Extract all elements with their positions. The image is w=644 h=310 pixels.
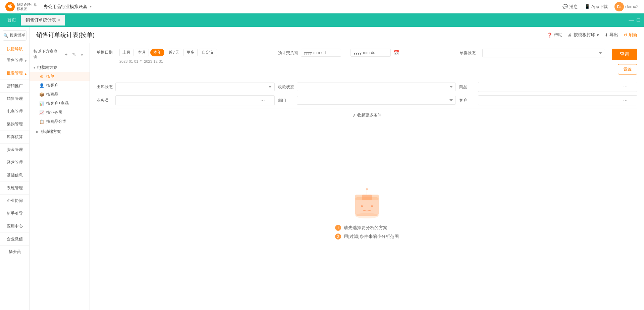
- empty-svg: [347, 187, 387, 221]
- ship-status-select[interactable]: [115, 83, 275, 91]
- tab-home-label: 首页: [7, 17, 16, 23]
- download-icon: 📱: [585, 4, 590, 9]
- status-select-wrapper: [482, 49, 605, 57]
- date-btn-7days[interactable]: 近7天: [166, 49, 182, 56]
- tab-close-icon[interactable]: ×: [58, 18, 60, 22]
- pay-status-group: 收款状态: [278, 82, 456, 92]
- salesman-multi-select[interactable]: ···: [115, 95, 275, 105]
- sidebar-item-basic[interactable]: 基础信息: [0, 169, 29, 182]
- sidebar-item-marketing[interactable]: 营销推广: [0, 80, 29, 93]
- sidebar-item-system[interactable]: 系统管理: [0, 182, 29, 195]
- hint-item-2: 2 用[过滤]条件来缩小分析范围: [335, 234, 398, 240]
- sidebar-item-wholesale[interactable]: 批发管理 ▴: [0, 67, 29, 80]
- by-category-label: 按商品分类: [46, 119, 66, 124]
- print-icon: 🖨: [568, 33, 572, 38]
- tab-sales-order[interactable]: 销售订单统计表 ×: [21, 15, 65, 25]
- delivery-date-to[interactable]: [351, 49, 391, 57]
- window-min-btn[interactable]: —: [629, 17, 634, 23]
- quick-nav-link[interactable]: 快捷导航: [7, 46, 23, 52]
- sidebar-item-purchase[interactable]: 采购管理: [0, 118, 29, 131]
- app-download-action[interactable]: 📱 App下载: [585, 4, 608, 10]
- logo-abbr: 畅: [8, 4, 12, 9]
- salesman-label: 业务员: [97, 98, 113, 103]
- help-btn[interactable]: ❓ 帮助: [547, 32, 562, 38]
- scheme-by-order[interactable]: ⊙ 按单: [30, 72, 90, 81]
- scheme-by-category[interactable]: 📋 按商品分类: [30, 117, 90, 126]
- header-title: 办公用品行业模拟账套: [44, 4, 87, 10]
- ship-status-group: 出库状态: [97, 82, 275, 92]
- search-menu-btn[interactable]: 🔍 搜索菜单: [3, 30, 26, 41]
- date-btn-last-month[interactable]: 上月: [119, 49, 133, 56]
- header-dropdown-icon[interactable]: ▾: [90, 5, 92, 8]
- collapse-panel-btn[interactable]: «: [79, 51, 86, 58]
- collapse-label: 收起更多条件: [357, 112, 381, 118]
- hint-item-1: 1 请先选择要分析的方案: [335, 225, 398, 231]
- status-select[interactable]: [482, 49, 605, 57]
- add-scheme-btn[interactable]: +: [63, 51, 69, 58]
- sidebar-item-newuser[interactable]: 新手引导: [0, 207, 29, 220]
- sidebar-item-apps[interactable]: 应用中心: [0, 220, 29, 233]
- scheme-by-cust-prod[interactable]: 📊 按客户+商品: [30, 99, 90, 108]
- sidebar-item-member[interactable]: 畅会员: [0, 246, 29, 258]
- customer-label: 客户: [459, 98, 475, 103]
- scheme-by-customer[interactable]: 👤 按客户: [30, 81, 90, 90]
- date-btn-custom[interactable]: 自定义: [199, 49, 217, 56]
- search-menu-label: 搜索菜单: [10, 33, 26, 38]
- pc-group-collapse-icon: ▾: [34, 66, 35, 69]
- mobile-group-header[interactable]: ▶ 移动端方案: [30, 127, 90, 136]
- query-button[interactable]: 查询: [612, 49, 637, 60]
- content-area: 销售订单统计表(按单) ❓ 帮助 🖨 按模板打印 ▾ ⬇ 导出: [30, 27, 644, 310]
- sidebar-item-corp[interactable]: 企业协同: [0, 195, 29, 207]
- sidebar-item-sales[interactable]: 销售管理: [0, 93, 29, 105]
- sidebar-item-operation[interactable]: 经营管理: [0, 156, 29, 169]
- by-customer-label: 按客户: [46, 83, 58, 88]
- retail-arrow: ▾: [25, 59, 26, 62]
- by-salesman-icon: 📈: [39, 110, 44, 115]
- message-label: 消息: [569, 4, 578, 10]
- ship-status-label: 出库状态: [97, 84, 113, 90]
- filter-row-1: 单据日期 上月 本月 本年 近7天 更多 自定义 2023-01-0: [97, 49, 637, 74]
- empty-illustration: [347, 187, 387, 221]
- svg-rect-1: [355, 197, 379, 216]
- delivery-date-from[interactable]: [301, 49, 341, 57]
- date-btn-this-month[interactable]: 本月: [135, 49, 149, 56]
- collapse-more-btn[interactable]: ∧ 收起更多条件: [349, 111, 385, 119]
- scheme-by-product[interactable]: 📦 按商品: [30, 90, 90, 99]
- product-filter-group: 商品 ···: [459, 82, 637, 92]
- delivery-filter-group: 预计交货期 — 📅: [278, 49, 453, 57]
- edit-scheme-btn[interactable]: ✎: [71, 51, 77, 58]
- print-btn[interactable]: 🖨 按模板打印 ▾: [568, 32, 599, 38]
- sidebar-item-ecommerce[interactable]: 电商管理: [0, 105, 29, 118]
- window-max-btn[interactable]: □: [637, 17, 640, 23]
- message-action[interactable]: 💬 消息: [562, 4, 578, 10]
- user-action[interactable]: Ea demo2: [614, 2, 639, 11]
- date-btn-more[interactable]: 更多: [183, 49, 198, 56]
- salesman-filter-group: 业务员 ···: [97, 95, 275, 105]
- tab-bar-right: — □: [629, 17, 644, 23]
- pc-group-header[interactable]: ▾ 电脑端方案: [30, 63, 90, 72]
- sidebar-item-inventory[interactable]: 库存核算: [0, 131, 29, 144]
- product-multi-select[interactable]: ···: [478, 82, 637, 92]
- calendar-icon[interactable]: 📅: [393, 50, 399, 55]
- date-btn-this-year[interactable]: 本年: [150, 49, 164, 56]
- customer-multi-select[interactable]: ···: [478, 95, 637, 105]
- export-btn[interactable]: ⬇ 导出: [604, 32, 618, 38]
- refresh-btn[interactable]: ↺ 刷新: [624, 32, 637, 38]
- sidebar-item-retail[interactable]: 零售管理 ▾: [0, 54, 29, 67]
- finance-label: 资金管理: [7, 147, 23, 153]
- wechat-label: 企业微信: [7, 236, 23, 242]
- svg-point-7: [366, 188, 368, 190]
- settings-button[interactable]: 设置: [618, 64, 637, 74]
- pc-scheme-group: ▾ 电脑端方案 ⊙ 按单 👤 按客户 📦 按商品: [30, 62, 90, 127]
- dept-select[interactable]: [297, 96, 456, 105]
- sidebar-item-wechat[interactable]: 企业微信: [0, 233, 29, 246]
- scheme-by-salesman[interactable]: 📈 按业务员: [30, 108, 90, 117]
- sidebar-item-finance[interactable]: 资金管理: [0, 144, 29, 156]
- sales-label: 销售管理: [7, 96, 23, 102]
- date-filter-group: 单据日期 上月 本月 本年 近7天 更多 自定义 2023-01-0: [97, 49, 271, 64]
- status-filter-group: 单据状态: [460, 49, 605, 57]
- product-label: 商品: [459, 84, 475, 90]
- tab-home[interactable]: 首页: [3, 15, 21, 25]
- pay-status-select[interactable]: [297, 83, 456, 91]
- page-actions: ❓ 帮助 🖨 按模板打印 ▾ ⬇ 导出 ↺ 刷新: [547, 32, 637, 38]
